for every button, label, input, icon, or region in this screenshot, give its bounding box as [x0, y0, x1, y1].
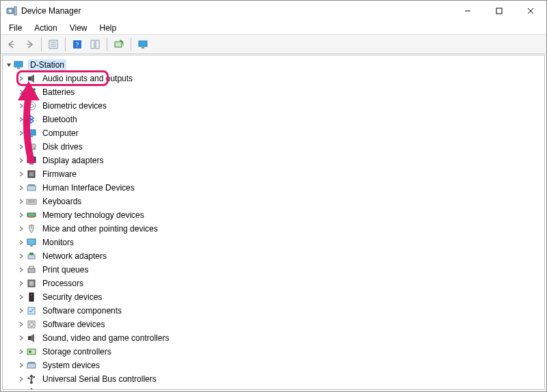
fingerprint-icon: [26, 100, 37, 111]
tree-item[interactable]: Processors: [16, 277, 544, 290]
svg-rect-68: [28, 378, 30, 380]
help-button[interactable]: ?: [69, 36, 85, 53]
tree-item[interactable]: Network adapters: [16, 249, 544, 263]
tree-item[interactable]: Firmware: [16, 167, 544, 181]
tree-item-label: Bluetooth: [40, 114, 79, 125]
chevron-right-icon[interactable]: [16, 74, 26, 83]
chevron-right-icon[interactable]: [16, 115, 26, 124]
chevron-right-icon[interactable]: [16, 169, 26, 179]
tree-item[interactable]: Monitors: [16, 236, 544, 249]
svg-rect-36: [28, 184, 35, 186]
tree-item-label: Software components: [40, 305, 124, 316]
tree-item[interactable]: Disk drives: [16, 140, 544, 154]
scan-hardware-button[interactable]: [111, 36, 127, 53]
svg-rect-40: [27, 213, 36, 216]
speaker-icon: [26, 333, 37, 344]
svg-rect-13: [91, 40, 94, 48]
svg-rect-14: [96, 40, 99, 48]
chevron-right-icon[interactable]: [16, 87, 26, 97]
tree-item[interactable]: USB Connector Managers: [16, 386, 544, 390]
tree-item[interactable]: System devices: [16, 359, 544, 372]
tree-item[interactable]: Universal Serial Bus controllers: [16, 372, 544, 386]
device-tree-panel[interactable]: D-Station Audio inputs and outputsBatter…: [2, 55, 545, 390]
tree-item-label: Audio inputs and outputs: [40, 73, 135, 84]
devices-button[interactable]: [135, 36, 151, 53]
tree-item[interactable]: Audio inputs and outputs: [16, 72, 544, 85]
chevron-right-icon[interactable]: [16, 238, 26, 247]
svg-text:?: ?: [76, 41, 79, 48]
chevron-right-icon[interactable]: [16, 374, 26, 384]
chevron-right-icon[interactable]: [16, 251, 26, 261]
back-button[interactable]: [3, 36, 20, 53]
tree-item[interactable]: Computer: [16, 126, 544, 140]
tree-item[interactable]: Memory technology devices: [16, 208, 544, 222]
tree-item[interactable]: Storage controllers: [16, 345, 544, 359]
svg-point-30: [34, 148, 35, 149]
tree-item[interactable]: Human Interface Devices: [16, 181, 544, 195]
chevron-down-icon[interactable]: [4, 60, 14, 70]
toolbar-separator: [131, 38, 131, 51]
tree-item-label: Display adapters: [40, 155, 105, 166]
menu-file[interactable]: File: [3, 23, 27, 33]
toolbar: ?: [1, 35, 546, 54]
tree-item[interactable]: Security devices: [16, 290, 544, 304]
svg-marker-71: [29, 388, 34, 390]
display-icon: [26, 155, 37, 166]
chevron-right-icon[interactable]: [16, 210, 26, 220]
chevron-right-icon[interactable]: [16, 388, 26, 390]
maximize-button[interactable]: [483, 1, 515, 21]
minimize-button[interactable]: [452, 1, 483, 21]
svg-rect-21: [28, 76, 31, 81]
chevron-right-icon[interactable]: [16, 197, 26, 206]
svg-rect-28: [30, 136, 33, 137]
properties-button[interactable]: [45, 36, 62, 53]
tree-item[interactable]: Software components: [16, 304, 544, 318]
tree-item-label: Network adapters: [40, 251, 109, 262]
tree-item[interactable]: Keyboards: [16, 195, 544, 208]
chevron-right-icon[interactable]: [16, 333, 26, 343]
tree-item-label: Print queues: [40, 264, 90, 275]
tree-item[interactable]: Software devices: [16, 318, 544, 331]
chevron-right-icon[interactable]: [16, 128, 26, 138]
menu-help[interactable]: Help: [94, 23, 122, 33]
tree-item[interactable]: Batteries: [16, 85, 544, 99]
close-button[interactable]: [515, 1, 546, 21]
menu-view[interactable]: View: [64, 23, 93, 33]
svg-rect-34: [29, 172, 34, 176]
chevron-right-icon[interactable]: [16, 142, 26, 152]
svg-rect-27: [27, 130, 36, 135]
columns-icon: [90, 39, 101, 50]
tree-root[interactable]: D-Station: [4, 58, 544, 72]
svg-rect-61: [28, 362, 35, 363]
scan-icon: [114, 39, 124, 50]
action-list-button[interactable]: [87, 36, 103, 53]
app-icon: [6, 5, 17, 16]
tree-item-label: Storage controllers: [40, 346, 114, 357]
tree-item[interactable]: Display adapters: [16, 154, 544, 167]
chevron-right-icon[interactable]: [16, 265, 26, 275]
svg-rect-43: [27, 239, 36, 244]
svg-point-25: [33, 88, 36, 91]
chevron-right-icon[interactable]: [16, 156, 26, 165]
tree-item[interactable]: Bluetooth: [16, 113, 544, 126]
tree-item-label: Computer: [40, 128, 81, 139]
chevron-right-icon[interactable]: [16, 183, 26, 193]
chevron-right-icon[interactable]: [16, 347, 26, 356]
svg-rect-47: [28, 268, 35, 272]
chevron-right-icon[interactable]: [16, 320, 26, 329]
svg-rect-56: [28, 336, 31, 340]
tree-item[interactable]: Print queues: [16, 263, 544, 277]
chevron-right-icon[interactable]: [16, 292, 26, 302]
chevron-right-icon[interactable]: [16, 361, 26, 370]
storage-icon: [26, 346, 37, 357]
tree-item[interactable]: Biometric devices: [16, 99, 544, 113]
chevron-right-icon[interactable]: [16, 306, 26, 316]
chevron-right-icon[interactable]: [16, 224, 26, 234]
forward-button[interactable]: [21, 36, 38, 53]
menu-action[interactable]: Action: [29, 23, 62, 33]
tree-item[interactable]: Mice and other pointing devices: [16, 222, 544, 236]
tree-item-label: Software devices: [40, 319, 107, 330]
tree-item[interactable]: Sound, video and game controllers: [16, 331, 544, 345]
chevron-right-icon[interactable]: [16, 279, 26, 288]
chevron-right-icon[interactable]: [16, 101, 26, 111]
